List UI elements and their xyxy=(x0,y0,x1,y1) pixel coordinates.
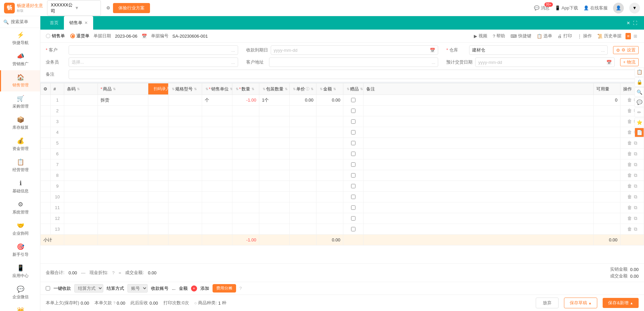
td-gift[interactable] xyxy=(343,224,364,235)
td-qty[interactable]: -1.00 xyxy=(232,95,259,106)
td-amount[interactable] xyxy=(316,116,343,127)
trial-button[interactable]: 体验行业方案 xyxy=(113,3,150,13)
td-barcode[interactable] xyxy=(64,138,98,149)
td-unit[interactable] xyxy=(202,116,232,127)
td-remarks[interactable] xyxy=(364,106,594,116)
td-gift[interactable] xyxy=(343,159,364,170)
td-pkg[interactable] xyxy=(259,202,290,213)
close-tab-icon[interactable]: ✕ xyxy=(84,21,88,25)
right-panel-btn-2[interactable]: 🔒 xyxy=(635,77,644,87)
td-price[interactable] xyxy=(290,170,316,181)
td-qty[interactable] xyxy=(232,127,259,138)
td-product[interactable] xyxy=(98,116,148,127)
payment-method-select[interactable]: 结算方式 xyxy=(74,284,103,293)
td-barcode[interactable] xyxy=(64,224,98,235)
td-qty[interactable] xyxy=(232,159,259,170)
td-barcode[interactable] xyxy=(64,202,98,213)
td-gift[interactable] xyxy=(343,192,364,202)
td-remarks[interactable] xyxy=(364,170,594,181)
td-product[interactable] xyxy=(98,159,148,170)
help-button[interactable]: ? 帮助 xyxy=(491,32,506,40)
td-product[interactable] xyxy=(98,213,148,224)
td-pkg[interactable] xyxy=(259,192,290,202)
td-pkg[interactable] xyxy=(259,213,290,224)
td-product[interactable] xyxy=(98,127,148,138)
copy-row-icon[interactable]: ⧉ xyxy=(634,183,637,189)
delete-row-icon[interactable]: 🗑 xyxy=(627,97,632,103)
customer-input[interactable]: ... xyxy=(69,45,238,55)
td-barcode[interactable] xyxy=(64,106,98,116)
td-barcode[interactable] xyxy=(64,170,98,181)
td-unit[interactable] xyxy=(202,127,232,138)
td-product[interactable] xyxy=(98,181,148,192)
delete-row-icon[interactable]: 🗑 xyxy=(627,183,632,189)
settings-right-btn[interactable]: ⚙ ⚙ 设置 xyxy=(613,46,639,54)
td-spec[interactable] xyxy=(168,149,202,159)
td-amount[interactable] xyxy=(316,149,343,159)
video-button[interactable]: ▶ 视频 xyxy=(472,32,489,40)
td-spec[interactable] xyxy=(168,181,202,192)
td-unit[interactable] xyxy=(202,224,232,235)
td-remarks[interactable] xyxy=(364,149,594,159)
td-price[interactable] xyxy=(290,127,316,138)
td-product[interactable]: 拆货 xyxy=(98,95,148,106)
copy-row-icon[interactable]: ⧉ xyxy=(634,162,637,167)
customer-address-input[interactable]: ... xyxy=(269,57,439,67)
td-amount[interactable] xyxy=(316,138,343,149)
td-amount[interactable] xyxy=(316,192,343,202)
right-panel-btn-6[interactable]: ⭐ xyxy=(635,118,644,127)
select-button[interactable]: 📋 选单 xyxy=(535,32,554,40)
right-panel-btn-5[interactable]: ✏ xyxy=(635,108,644,117)
td-spec[interactable] xyxy=(168,224,202,235)
td-barcode[interactable] xyxy=(64,149,98,159)
td-unit[interactable] xyxy=(202,170,232,181)
copy-row-icon[interactable]: ⧉ xyxy=(634,194,637,200)
app-download-button[interactable]: 📱 App下载 xyxy=(555,5,578,11)
td-amount[interactable] xyxy=(316,127,343,138)
td-barcode[interactable] xyxy=(64,95,98,106)
expected-delivery-input[interactable]: yyyy-mm-dd 📅 xyxy=(475,57,614,67)
td-price[interactable] xyxy=(290,149,316,159)
delete-row-icon[interactable]: 🗑 xyxy=(627,140,632,146)
copy-row-icon[interactable]: ⧉ xyxy=(634,140,637,146)
td-barcode[interactable] xyxy=(64,116,98,127)
td-pkg[interactable] xyxy=(259,116,290,127)
sidebar-item-member[interactable]: 👑 畅会员 xyxy=(0,303,40,311)
td-pkg[interactable]: 1个 xyxy=(259,95,290,106)
right-panel-btn-7[interactable]: 📄 xyxy=(635,128,644,137)
td-spec[interactable] xyxy=(168,95,202,106)
history-button[interactable]: 📜 历史单据 xyxy=(596,32,623,40)
operation-button[interactable]: ⋮ 操作 xyxy=(576,32,593,40)
td-pkg[interactable] xyxy=(259,181,290,192)
td-price[interactable] xyxy=(290,138,316,149)
td-qty[interactable] xyxy=(232,138,259,149)
sidebar-search[interactable]: 🔍 搜索菜单 xyxy=(0,16,40,28)
right-panel-btn-4[interactable]: 💬 xyxy=(635,98,644,107)
td-product[interactable] xyxy=(98,192,148,202)
settings-icon[interactable]: ⚙ xyxy=(106,5,110,10)
sidebar-item-app-center[interactable]: 📱 应用中心 xyxy=(0,261,40,282)
td-product[interactable] xyxy=(98,149,148,159)
sidebar-item-purchase[interactable]: 🛒 采购管理 xyxy=(0,91,40,113)
td-price[interactable] xyxy=(290,213,316,224)
copy-row-icon[interactable]: ⧉ xyxy=(634,151,637,157)
td-remarks[interactable] xyxy=(364,159,594,170)
td-qty[interactable] xyxy=(232,202,259,213)
list-view-icon[interactable]: ≡ xyxy=(626,33,631,39)
delete-row-icon[interactable]: 🗑 xyxy=(627,216,632,221)
td-unit[interactable] xyxy=(202,202,232,213)
td-gift[interactable] xyxy=(343,181,364,192)
td-gift[interactable] xyxy=(343,106,364,116)
close-window-icon[interactable]: ✕ xyxy=(627,21,630,26)
td-gift[interactable] xyxy=(343,116,364,127)
online-service-button[interactable]: 👤 在线客服 xyxy=(583,5,608,11)
td-amount[interactable] xyxy=(316,106,343,116)
td-spec[interactable] xyxy=(168,127,202,138)
td-spec[interactable] xyxy=(168,192,202,202)
save-new-button[interactable]: 保存&新增 ▲ xyxy=(603,298,639,308)
calendar-icon[interactable]: 📅 xyxy=(142,34,147,39)
td-qty[interactable] xyxy=(232,181,259,192)
sidebar-item-collab[interactable]: 🤝 企业协同 xyxy=(0,219,40,240)
warehouse-input[interactable]: 建材仓 ... xyxy=(469,45,608,55)
td-remarks[interactable] xyxy=(364,138,594,149)
